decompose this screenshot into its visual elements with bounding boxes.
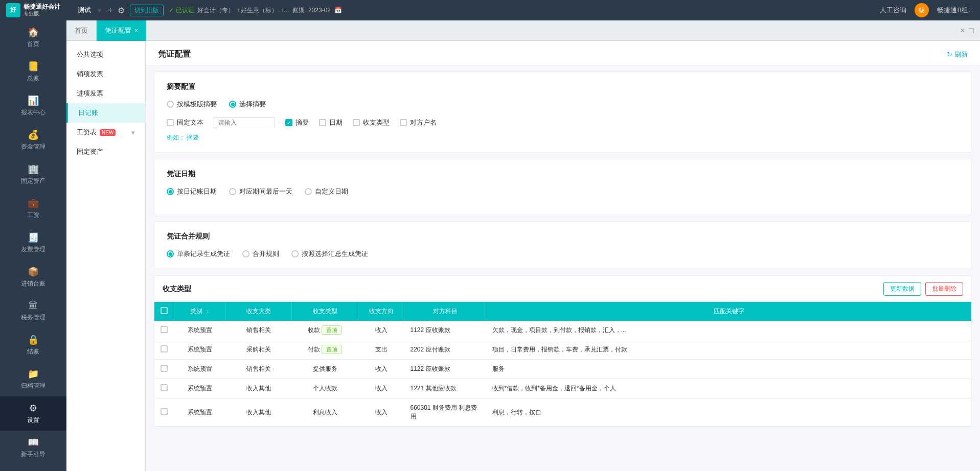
left-nav-journal[interactable]: 日记账 (66, 103, 145, 123)
row-keyword: 项目，日常费用，报销款，车费，承兑汇票，付款 (486, 340, 972, 360)
radio-journal-date[interactable]: 按日记账日期 (167, 187, 217, 196)
radio-merge[interactable]: 合并规则 (242, 249, 279, 258)
row-checkbox[interactable] (154, 360, 174, 379)
date-box (319, 119, 326, 126)
page-title: 凭证配置 (158, 49, 191, 60)
sidebar-item-member[interactable]: ⭐ 畅会员 (0, 465, 66, 471)
row-direction: 收入 (358, 398, 404, 427)
radio-select-total-circle (291, 250, 299, 257)
top-tag[interactable]: 置顶 (322, 345, 342, 354)
tab-bar: 首页 凭证配置 × × □ (66, 20, 980, 41)
sidebar-item-label: 结账 (27, 347, 39, 356)
merge-radio-group: 单条记录生成凭证 合并规则 按照选择汇总生成凭证 (167, 249, 959, 258)
pay-type-checkbox[interactable]: 收支类型 (353, 118, 390, 127)
left-nav-fixed-assets[interactable]: 固定资产 (66, 142, 145, 161)
date-checkbox[interactable]: 日期 (319, 118, 343, 127)
left-nav-public[interactable]: 公共选项 (66, 45, 145, 64)
sidebar-item-home[interactable]: 🏠 首页 (0, 20, 66, 55)
row-checkbox[interactable] (154, 321, 174, 340)
row-major-type: 销售相关 (225, 321, 292, 340)
purchases-icon: 📦 (28, 266, 39, 277)
tab-home[interactable]: 首页 (66, 20, 97, 41)
consult-btn[interactable]: 人工咨询 (880, 6, 906, 15)
maximize-icon[interactable]: □ (969, 26, 974, 35)
fixed-text-checkbox[interactable]: 固定文本 (167, 118, 203, 127)
top-tag[interactable]: 置顶 (322, 325, 342, 335)
row-checkbox[interactable] (154, 340, 174, 360)
reports-icon: 📊 (28, 95, 39, 106)
th-account: 对方科目 (404, 302, 486, 321)
radio-select-total[interactable]: 按照选择汇总生成凭证 (291, 249, 368, 258)
sidebar-item-invoices[interactable]: 🧾 发票管理 (0, 226, 66, 260)
sidebar-item-reports[interactable]: 📊 报表中心 (0, 89, 66, 123)
row-keyword: 服务 (486, 360, 972, 379)
assets-icon: 🏢 (28, 163, 39, 175)
switch-version-btn[interactable]: 切到旧版 (130, 5, 164, 16)
sidebar-item-ledger[interactable]: 📒 总账 (0, 55, 66, 89)
topbar-add[interactable]: + (108, 6, 112, 15)
radio-select-circle (229, 101, 236, 108)
page-header: 凭证配置 ↻ 刷新 (146, 41, 980, 65)
fixed-text-input[interactable] (214, 117, 275, 128)
voucher-date-radio-group: 按日记账日期 对应期间最后一天 自定义日期 (167, 187, 959, 196)
sidebar-item-tax[interactable]: 🏛 税务管理 (0, 294, 66, 328)
sort-icon: ↕ (207, 309, 209, 314)
tax-icon: 🏛 (29, 300, 38, 311)
th-checkbox[interactable] (154, 302, 174, 321)
row-direction: 收入 (358, 360, 404, 379)
minimize-icon[interactable]: × (960, 26, 965, 35)
sidebar-item-guide[interactable]: 📖 新手引导 (0, 431, 66, 465)
update-data-btn[interactable]: 更新数据 (883, 282, 921, 296)
counterpart-checkbox[interactable]: 对方户名 (400, 118, 437, 127)
user-avatar: 畅 (915, 3, 929, 17)
sidebar-item-label: 发票管理 (21, 245, 45, 254)
sidebar-item-archive[interactable]: 📁 归档管理 (0, 362, 66, 396)
row-direction: 收入 (358, 379, 404, 398)
row-checkbox[interactable] (154, 379, 174, 398)
summary-checkbox[interactable]: ✓ 摘要 (285, 118, 309, 127)
username: 畅捷通B组... (937, 6, 974, 15)
radio-select[interactable]: 选择摘要 (229, 100, 266, 109)
radio-template[interactable]: 按模板版摘要 (167, 100, 217, 109)
sidebar-item-settings[interactable]: ⚙ 设置 (0, 396, 66, 431)
sidebar-item-assets[interactable]: 🏢 固定资产 (0, 157, 66, 192)
sidebar: 🏠 首页 📒 总账 📊 报表中心 💰 资金管理 🏢 固定资产 💼 工资 🧾 发票… (0, 20, 66, 471)
row-category: 系统预置 (174, 379, 225, 398)
voucher-date-section: 凭证日期 按日记账日期 对应期间最后一天 (154, 159, 972, 215)
summary-section: 摘要配置 按模板版摘要 选择摘要 (154, 72, 972, 153)
left-nav-sales-invoice[interactable]: 销项发票 (66, 64, 145, 84)
left-nav-purchase-invoice[interactable]: 进项发票 (66, 84, 145, 103)
radio-period-last[interactable]: 对应期间最后一天 (229, 187, 292, 196)
summary-box: ✓ (285, 119, 292, 126)
example-text: 例如： 摘要 (167, 133, 959, 142)
settings-icon: ⚙ (29, 403, 37, 414)
topbar: 好 畅捷通好会计 专业版 测试 ▼ + ⚙ 切到旧版 ✓ 已认证 好会计（专） … (0, 0, 980, 20)
th-income-type: 收支类型 (292, 302, 358, 321)
radio-template-circle (167, 101, 174, 108)
row-keyword: 欠款，现金，项目款，到付款，报销款，汇入，... (486, 321, 972, 340)
refresh-btn[interactable]: ↻ 刷新 (947, 50, 968, 59)
sidebar-item-label: 总账 (27, 74, 39, 83)
ledger-icon: 📒 (28, 61, 39, 72)
tab-voucher-config[interactable]: 凭证配置 × (97, 20, 147, 41)
th-direction: 收支方向 (358, 302, 404, 321)
left-nav-payroll[interactable]: 工资表 NEW ▾ (66, 123, 145, 142)
sidebar-item-salary[interactable]: 💼 工资 (0, 192, 66, 226)
row-checkbox[interactable] (154, 398, 174, 427)
batch-delete-btn[interactable]: 批量删除 (925, 282, 963, 296)
salary-icon: 💼 (28, 198, 39, 209)
sidebar-item-funds[interactable]: 💰 资金管理 (0, 123, 66, 157)
tab-close-icon[interactable]: × (134, 27, 138, 34)
row-income-type: 提供服务 (292, 360, 358, 379)
sidebar-item-purchases[interactable]: 📦 进销台账 (0, 260, 66, 294)
sidebar-item-label: 税务管理 (21, 313, 45, 322)
radio-period-last-circle (229, 188, 236, 195)
merge-rules-title: 凭证合并规则 (167, 232, 959, 241)
voucher-date-title: 凭证日期 (167, 170, 959, 179)
sidebar-item-label: 新手引导 (21, 450, 45, 459)
radio-single[interactable]: 单条记录生成凭证 (167, 249, 230, 258)
sidebar-item-close[interactable]: 🔒 结账 (0, 328, 66, 362)
radio-custom-date[interactable]: 自定义日期 (305, 187, 348, 196)
row-category: 系统预置 (174, 360, 225, 379)
topbar-settings[interactable]: ⚙ (118, 6, 125, 15)
